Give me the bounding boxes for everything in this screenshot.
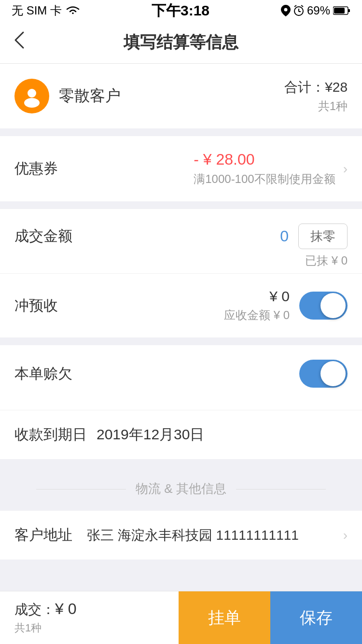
nav-bar: 填写结算等信息 xyxy=(0,21,362,64)
hold-button-label: 挂单 xyxy=(208,607,241,629)
wifi-icon xyxy=(66,5,80,16)
svg-line-5 xyxy=(301,5,303,7)
prepay-label: 冲预收 xyxy=(14,296,58,316)
coupon-section[interactable]: 优惠券 - ¥ 28.00 满1000-100不限制使用金额 › xyxy=(0,136,362,201)
prepay-sub-amount: 应收金额 ¥ 0 xyxy=(224,308,290,323)
logistics-header: 物流 & 其他信息 xyxy=(0,467,362,511)
coupon-label: 优惠券 xyxy=(14,159,58,179)
chevron-right-icon: › xyxy=(343,161,348,177)
debt-toggle-knob xyxy=(320,361,346,386)
duedate-row: 收款到期日 2019年12月30日 xyxy=(0,410,362,459)
bottom-deal-row: 成交：¥ 0 xyxy=(14,600,164,619)
battery-percent: 69% xyxy=(307,4,330,17)
hold-button[interactable]: 挂单 xyxy=(179,591,270,644)
transaction-section: 成交金额 0 抹零 已抹 ¥ 0 冲预收 ¥ 0 应收金额 ¥ 0 xyxy=(0,209,362,337)
svg-point-0 xyxy=(284,8,287,12)
bottom-info: 成交：¥ 0 共1种 xyxy=(0,591,179,644)
status-left: 无 SIM 卡 xyxy=(12,3,80,18)
coupon-desc: 满1000-100不限制使用金额 xyxy=(194,171,335,187)
round-zero-button[interactable]: 抹零 xyxy=(298,224,348,249)
total-amount: 合计：¥28 xyxy=(284,78,348,97)
customer-info: 零散客户 xyxy=(14,79,121,113)
location-icon xyxy=(281,5,291,16)
save-button-label: 保存 xyxy=(300,607,333,629)
transaction-main-row: 成交金额 0 抹零 xyxy=(14,224,348,249)
bottom-deal-label: 成交： xyxy=(14,602,55,617)
prepay-toggle[interactable] xyxy=(299,292,348,320)
address-row[interactable]: 客户地址 张三 海淀永丰科技园 11111111111 › xyxy=(0,511,362,560)
customer-total: 合计：¥28 共1种 xyxy=(284,78,348,114)
total-count: 共1种 xyxy=(284,98,348,114)
coupon-right: - ¥ 28.00 满1000-100不限制使用金额 › xyxy=(194,151,348,187)
save-button[interactable]: 保存 xyxy=(270,591,362,644)
transaction-sub: 已抹 ¥ 0 xyxy=(14,253,348,268)
customer-section: 零散客户 合计：¥28 共1种 xyxy=(0,64,362,128)
customer-row: 零散客户 合计：¥28 共1种 xyxy=(0,64,362,128)
sim-text: 无 SIM 卡 xyxy=(12,3,62,18)
duedate-label: 收款到期日 xyxy=(14,425,87,445)
coupon-row[interactable]: 优惠券 - ¥ 28.00 满1000-100不限制使用金额 › xyxy=(0,136,362,201)
address-label: 客户地址 xyxy=(14,525,72,545)
debt-row: 本单赊欠 xyxy=(0,345,362,402)
bottom-deal-amount: ¥ 0 xyxy=(55,600,76,617)
status-right: 69% xyxy=(281,4,350,17)
prepay-main-amount: ¥ 0 xyxy=(224,288,290,305)
svg-rect-7 xyxy=(348,9,350,12)
transaction-value: 0 xyxy=(280,227,289,245)
prepay-right: ¥ 0 应收金额 ¥ 0 xyxy=(224,288,348,323)
customer-name: 零散客户 xyxy=(59,85,121,107)
alarm-icon xyxy=(293,5,304,16)
status-time: 下午3:18 xyxy=(152,1,209,21)
toggle-knob xyxy=(320,293,346,318)
prepay-main-row: 冲预收 ¥ 0 应收金额 ¥ 0 xyxy=(14,288,348,323)
svg-rect-8 xyxy=(334,8,345,14)
duedate-value: 2019年12月30日 xyxy=(97,425,204,445)
prepay-row: 冲预收 ¥ 0 应收金额 ¥ 0 xyxy=(0,273,362,337)
debt-toggle[interactable] xyxy=(299,360,348,388)
coupon-discount: - ¥ 28.00 xyxy=(194,151,335,168)
bottom-count: 共1种 xyxy=(14,621,164,635)
transaction-right: 0 抹零 xyxy=(280,224,348,249)
divider-1 xyxy=(0,337,362,345)
debt-section: 本单赊欠 收款到期日 2019年12月30日 xyxy=(0,345,362,459)
svg-point-10 xyxy=(24,98,40,108)
logistics-title: 物流 & 其他信息 xyxy=(126,480,236,497)
svg-point-9 xyxy=(28,89,36,98)
transaction-row: 成交金额 0 抹零 已抹 ¥ 0 xyxy=(0,209,362,273)
avatar xyxy=(14,79,49,113)
back-button[interactable] xyxy=(14,30,25,54)
debt-label: 本单赊欠 xyxy=(14,364,72,384)
transaction-label: 成交金额 xyxy=(14,226,72,246)
prepay-amounts: ¥ 0 应收金额 ¥ 0 xyxy=(224,288,290,323)
bottom-bar: 成交：¥ 0 共1种 挂单 保存 xyxy=(0,591,362,644)
page-title: 填写结算等信息 xyxy=(124,31,238,54)
address-value: 张三 海淀永丰科技园 11111111111 xyxy=(87,526,343,545)
status-bar: 无 SIM 卡 下午3:18 69% xyxy=(0,0,362,21)
battery-icon xyxy=(333,6,350,15)
address-chevron-icon: › xyxy=(343,528,348,543)
svg-line-4 xyxy=(294,5,296,7)
address-section[interactable]: 客户地址 张三 海淀永丰科技园 11111111111 › xyxy=(0,511,362,560)
divider-2 xyxy=(0,459,362,467)
